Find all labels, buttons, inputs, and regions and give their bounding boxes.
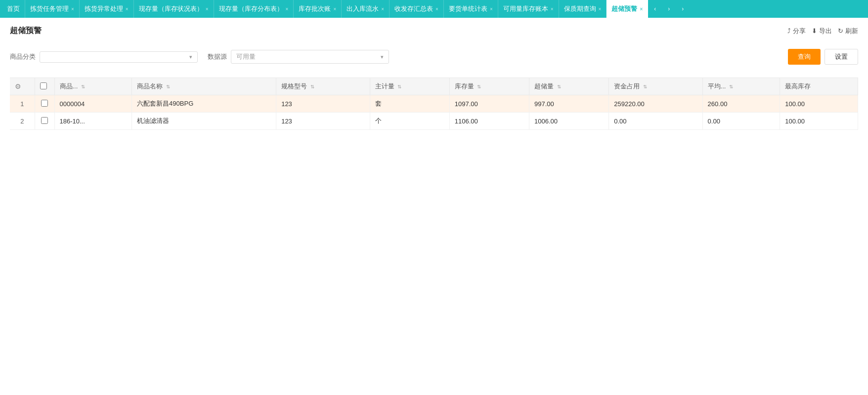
cell-capital: 259220.00 xyxy=(609,95,702,113)
cell-unit: 个 xyxy=(370,113,449,130)
query-button[interactable]: 查询 xyxy=(788,49,821,65)
th-capital: 资金占用 ⇅ xyxy=(609,78,702,95)
category-select[interactable]: ▾ xyxy=(40,51,198,63)
cell-unit: 套 xyxy=(370,95,449,113)
cell-overstock: 997.00 xyxy=(529,95,609,113)
cell-product-code: 0000004 xyxy=(54,95,132,113)
refresh-button[interactable]: ↻ 刷新 xyxy=(838,27,858,36)
category-filter: 商品分类 ▾ xyxy=(10,51,198,63)
th-overstock: 超储量 ⇅ xyxy=(529,78,609,95)
nav-item-inventory-dist[interactable]: 现存量（库存分布表） × xyxy=(214,0,294,18)
page-header: 超储预警 ⤴ 分享 ⬇ 导出 ↻ 刷新 xyxy=(10,26,858,36)
close-icon[interactable]: × xyxy=(490,6,493,12)
datasource-filter: 数据源 可用量 ▾ xyxy=(208,50,389,64)
nav-more-arrow[interactable]: › xyxy=(676,0,690,18)
cell-product-name: 六配套新昌490BPG xyxy=(132,95,276,113)
close-icon[interactable]: × xyxy=(381,6,384,12)
filter-bar: 商品分类 ▾ 数据源 可用量 ▾ 查询 设置 xyxy=(10,44,858,70)
select-all-checkbox[interactable] xyxy=(40,82,47,89)
close-icon[interactable]: × xyxy=(551,6,554,12)
close-icon[interactable]: × xyxy=(640,6,643,12)
sort-icon[interactable]: ⇅ xyxy=(729,84,733,89)
page-content: 超储预警 ⤴ 分享 ⬇ 导出 ↻ 刷新 商品分类 ▾ 数据源 xyxy=(0,18,868,395)
cell-avg: 0.00 xyxy=(702,113,780,130)
filter-actions: 查询 设置 xyxy=(788,49,858,65)
table-row: 2 186-10... 机油滤清器 123 个 1106.00 1006.00 … xyxy=(10,113,858,130)
cell-max-stock: 100.00 xyxy=(780,113,858,130)
nav-item-collect[interactable]: 收发存汇总表 × xyxy=(390,0,444,18)
cell-product-code: 186-10... xyxy=(54,113,132,130)
page-title: 超储预警 xyxy=(10,26,42,36)
th-gear: ⚙ xyxy=(10,78,35,95)
header-actions: ⤴ 分享 ⬇ 导出 ↻ 刷新 xyxy=(787,27,858,36)
sort-icon[interactable]: ⇅ xyxy=(397,84,401,89)
th-unit: 主计量 ⇅ xyxy=(370,78,449,95)
nav-item-inout-flow[interactable]: 出入库流水 × xyxy=(342,0,390,18)
sort-icon[interactable]: ⇅ xyxy=(166,84,170,89)
th-checkbox xyxy=(35,78,54,95)
nav-item-order-stat[interactable]: 要货单统计表 × xyxy=(444,0,498,18)
export-button[interactable]: ⬇ 导出 xyxy=(812,27,832,36)
nav-prev-arrow[interactable]: ‹ xyxy=(648,0,662,18)
nav-item-home[interactable]: 首页 xyxy=(2,0,25,18)
gear-icon[interactable]: ⚙ xyxy=(15,82,21,90)
datasource-label: 数据源 xyxy=(208,52,227,61)
th-avg: 平均... ⇅ xyxy=(702,78,780,95)
chevron-down-icon: ▾ xyxy=(189,54,192,60)
cell-stock: 1097.00 xyxy=(449,95,529,113)
refresh-icon: ↻ xyxy=(838,27,843,35)
nav-item-exception[interactable]: 拣货异常处理 × xyxy=(80,0,134,18)
cell-spec: 123 xyxy=(276,95,370,113)
th-product-code: 商品... ⇅ xyxy=(54,78,132,95)
th-stock: 库存量 ⇅ xyxy=(449,78,529,95)
th-spec: 规格型号 ⇅ xyxy=(276,78,370,95)
chevron-down-icon: ▾ xyxy=(381,54,384,60)
nav-item-available-book[interactable]: 可用量库存账本 × xyxy=(498,0,559,18)
close-icon[interactable]: × xyxy=(435,6,438,12)
nav-item-quality[interactable]: 保质期查询 × xyxy=(559,0,607,18)
sort-icon[interactable]: ⇅ xyxy=(643,84,647,89)
close-icon[interactable]: × xyxy=(333,6,336,12)
row-index: 2 xyxy=(10,113,35,130)
nav-next-arrow[interactable]: › xyxy=(662,0,676,18)
row-checkbox-cell xyxy=(35,113,54,130)
cell-overstock: 1006.00 xyxy=(529,113,609,130)
th-product-name: 商品名称 ⇅ xyxy=(132,78,276,95)
table-header-row: ⚙ 商品... ⇅ 商品名称 ⇅ 规格型号 ⇅ 主计量 xyxy=(10,78,858,95)
row-index: 1 xyxy=(10,95,35,113)
top-nav: 首页 拣货任务管理 × 拣货异常处理 × 现存量（库存状况表） × 现存量（库存… xyxy=(0,0,868,18)
settings-button[interactable]: 设置 xyxy=(825,49,858,65)
cell-capital: 0.00 xyxy=(609,113,702,130)
close-icon[interactable]: × xyxy=(599,6,602,12)
row-checkbox[interactable] xyxy=(41,100,48,107)
close-icon[interactable]: × xyxy=(71,6,74,12)
cell-spec: 123 xyxy=(276,113,370,130)
sort-icon[interactable]: ⇅ xyxy=(477,84,481,89)
share-icon: ⤴ xyxy=(787,27,791,35)
category-label: 商品分类 xyxy=(10,52,36,61)
cell-avg: 260.00 xyxy=(702,95,780,113)
nav-item-overstock[interactable]: 超储预警 × xyxy=(607,0,648,18)
nav-item-batch[interactable]: 库存批次账 × xyxy=(294,0,342,18)
close-icon[interactable]: × xyxy=(206,6,209,12)
datasource-select[interactable]: 可用量 ▾ xyxy=(231,50,389,64)
sort-icon[interactable]: ⇅ xyxy=(310,84,314,89)
datasource-select-value: 可用量 xyxy=(236,52,256,61)
th-max-stock: 最高库存 xyxy=(780,78,858,95)
export-icon: ⬇ xyxy=(812,27,817,35)
row-checkbox[interactable] xyxy=(41,117,48,124)
sort-icon[interactable]: ⇅ xyxy=(81,84,85,89)
cell-max-stock: 100.00 xyxy=(780,95,858,113)
nav-item-inventory-status[interactable]: 现存量（库存状况表） × xyxy=(134,0,214,18)
sort-icon[interactable]: ⇅ xyxy=(557,84,561,89)
data-table: ⚙ 商品... ⇅ 商品名称 ⇅ 规格型号 ⇅ 主计量 xyxy=(10,78,858,130)
table-row: 1 0000004 六配套新昌490BPG 123 套 1097.00 997.… xyxy=(10,95,858,113)
close-icon[interactable]: × xyxy=(126,6,129,12)
row-checkbox-cell xyxy=(35,95,54,113)
cell-product-name: 机油滤清器 xyxy=(132,113,276,130)
close-icon[interactable]: × xyxy=(286,6,289,12)
share-button[interactable]: ⤴ 分享 xyxy=(787,27,806,36)
cell-stock: 1106.00 xyxy=(449,113,529,130)
nav-item-task-mgmt[interactable]: 拣货任务管理 × xyxy=(25,0,80,18)
